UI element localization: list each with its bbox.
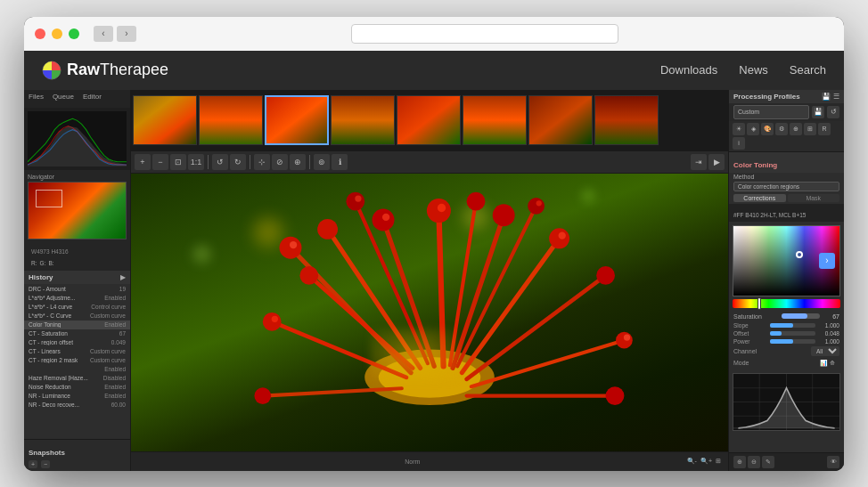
tool-btn-info[interactable]: ℹ: [332, 154, 348, 170]
list-item[interactable]: Enabled: [24, 365, 130, 374]
filmstrip: [131, 90, 728, 150]
tool-btn-picker[interactable]: ⊕: [290, 154, 306, 170]
film-thumb-2[interactable]: [199, 95, 263, 145]
color-hue-bar[interactable]: [733, 299, 840, 308]
navigator-section: Navigator W4973 H4316 R: G: B:: [24, 170, 130, 271]
tool-btn-export[interactable]: ⇥: [691, 154, 707, 170]
tool-btn-100[interactable]: 1:1: [188, 154, 204, 170]
rp-tool-color[interactable]: 🎨: [761, 123, 774, 135]
rp-bottom-btn-eye[interactable]: 👁: [827, 456, 839, 468]
tool-btn-queue[interactable]: ▶: [708, 154, 725, 170]
power-value: 1.000: [818, 338, 839, 345]
tool-btn-zoom-out[interactable]: −: [152, 154, 168, 170]
tool-btn-fit[interactable]: ⊡: [170, 154, 186, 170]
list-item[interactable]: L*a*b* Adjustme...Enabled: [24, 294, 130, 303]
profile-reset-btn[interactable]: ↺: [827, 106, 839, 118]
histogram-area: [24, 108, 130, 170]
saturation-row: Saturation 67: [729, 312, 844, 321]
tool-btn-straighten[interactable]: ⊘: [272, 154, 288, 170]
list-item[interactable]: L*a*b* - L4 curveControl curve: [24, 303, 130, 312]
film-thumb-5[interactable]: [397, 95, 461, 145]
snapshot-add-button[interactable]: +: [29, 460, 37, 468]
power-slider[interactable]: [770, 339, 815, 344]
snapshot-remove-button[interactable]: −: [41, 460, 50, 468]
slope-value: 1.000: [818, 322, 839, 329]
close-button[interactable]: [35, 28, 45, 39]
list-item[interactable]: NR - LuminanceEnabled: [24, 392, 130, 401]
slope-slider[interactable]: [770, 323, 815, 328]
list-item[interactable]: L*a*b* - C CurveCustom curve: [24, 312, 130, 321]
film-thumb-3[interactable]: [265, 95, 329, 145]
tool-btn-rotate-left[interactable]: ↺: [212, 154, 228, 170]
main-image-area: [131, 174, 728, 451]
rp-menu-icon[interactable]: ☰: [833, 93, 839, 101]
svg-point-22: [596, 266, 615, 285]
back-button[interactable]: ‹: [94, 26, 113, 42]
tab-queue[interactable]: Queue: [48, 90, 78, 108]
rp-tool-meta[interactable]: i: [733, 137, 745, 150]
channel-select[interactable]: All R G B: [811, 346, 839, 356]
method-dropdown[interactable]: Color correction regions: [733, 182, 839, 191]
tab-editor[interactable]: Editor: [78, 90, 106, 108]
forward-button[interactable]: ›: [117, 26, 136, 42]
rp-tool-raw[interactable]: R: [818, 123, 831, 135]
film-thumb-4[interactable]: [331, 95, 395, 145]
tentacles-svg: [131, 174, 728, 451]
list-item[interactable]: Noise ReductionEnabled: [24, 383, 130, 392]
list-item[interactable]: CT - LinearsCustom curve: [24, 347, 130, 356]
maximize-button[interactable]: [69, 28, 79, 39]
rp-bottom-btn-2[interactable]: ⊖: [748, 456, 760, 468]
tab-mask[interactable]: Mask: [788, 194, 840, 202]
navigator-thumbnail: [28, 182, 127, 239]
rp-bottom-btn-pencil[interactable]: ✎: [762, 456, 774, 468]
rp-bottom-btn-1[interactable]: ⊕: [733, 456, 746, 468]
nav-link-news[interactable]: News: [739, 63, 768, 77]
snapshots-section: Snapshots + −: [24, 439, 130, 471]
color-apply-button[interactable]: ›: [819, 253, 835, 269]
saturation-slider[interactable]: [782, 313, 820, 319]
tab-corrections[interactable]: Corrections: [733, 194, 786, 202]
status-center: Norm: [405, 459, 420, 465]
svg-point-30: [272, 315, 278, 321]
zoom-in-btn[interactable]: 🔍+: [700, 458, 712, 465]
history-collapse[interactable]: ▶: [120, 273, 126, 281]
window-frame: ‹ › RawTherapee Downloads News Search: [24, 17, 844, 471]
list-item[interactable]: DRC - Amount19: [24, 285, 130, 294]
zoom-fit-btn[interactable]: ⊞: [716, 458, 721, 465]
list-item[interactable]: CT - region 2 maskCustom curve: [24, 356, 130, 365]
film-thumb-7[interactable]: [528, 95, 593, 145]
rp-save-icon[interactable]: 💾: [822, 93, 831, 101]
history-section: History ▶ DRC - Amount19 L*a*b* Adjustme…: [24, 271, 130, 439]
film-thumb-1[interactable]: [133, 95, 197, 145]
tool-btn-preview[interactable]: ⊚: [314, 154, 330, 170]
profiles-row: Custom 💾 ↺: [729, 103, 844, 121]
rp-tools-toolbar: ☀ ◈ 🎨 ⚙ ⊕ ⊞ R i: [729, 121, 844, 151]
list-item[interactable]: Haze Removal [Haze...Disabled: [24, 374, 130, 383]
rp-tool-exposure[interactable]: ☀: [733, 123, 745, 135]
film-thumb-6[interactable]: [463, 95, 527, 145]
nav-link-downloads[interactable]: Downloads: [660, 63, 717, 77]
svg-point-41: [528, 198, 545, 215]
profile-select[interactable]: Custom: [733, 105, 809, 119]
nav-link-search[interactable]: Search: [790, 63, 826, 77]
rp-tool-detail[interactable]: ◈: [747, 123, 759, 135]
zoom-out-btn[interactable]: 🔍-: [687, 458, 697, 465]
list-item[interactable]: Color ToningEnabled: [24, 321, 130, 329]
tool-btn-rotate-right[interactable]: ↻: [230, 154, 246, 170]
tool-btn-zoom-in[interactable]: +: [135, 154, 151, 170]
profile-save-btn[interactable]: 💾: [812, 106, 824, 118]
list-item[interactable]: CT - Saturation67: [24, 329, 130, 338]
offset-slider[interactable]: [770, 331, 815, 336]
minimize-button[interactable]: [52, 28, 62, 39]
tool-btn-crop[interactable]: ⊹: [254, 154, 270, 170]
rp-tool-advanced[interactable]: ⚙: [775, 123, 788, 135]
film-thumb-8[interactable]: [594, 95, 659, 145]
mode-btn-2[interactable]: ⟰: [830, 360, 835, 367]
rp-tool-local[interactable]: ⊕: [790, 123, 802, 135]
list-item[interactable]: CT - region offset0.049: [24, 338, 130, 347]
url-bar[interactable]: [351, 24, 618, 44]
rp-tool-transform[interactable]: ⊞: [804, 123, 816, 135]
mode-btn-1[interactable]: 📊: [820, 360, 828, 367]
tab-filebrowser[interactable]: Files: [24, 90, 48, 108]
list-item[interactable]: NR - Deco recove...60.00: [24, 401, 130, 410]
